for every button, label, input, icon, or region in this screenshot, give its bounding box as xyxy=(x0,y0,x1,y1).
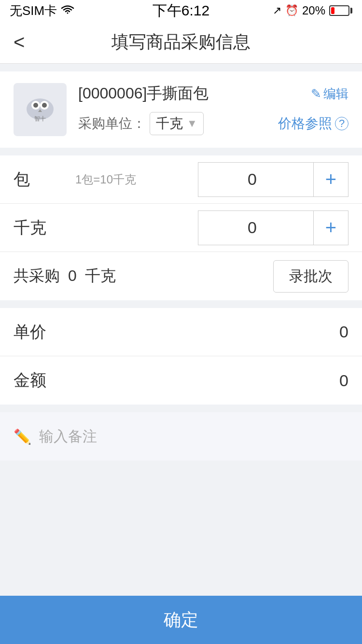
alarm-icon: ⏰ xyxy=(285,4,298,17)
status-right: ↗ ⏰ 20% xyxy=(273,4,352,17)
price-ref-label: 价格参照 xyxy=(278,114,332,133)
bao-quantity-input[interactable] xyxy=(198,162,314,197)
battery-icon xyxy=(329,5,352,16)
kg-input-group: + xyxy=(198,210,348,245)
divider-3 xyxy=(0,300,362,308)
divider-4 xyxy=(0,405,362,412)
product-name-row: [0000006]手撕面包 ✎ 编辑 xyxy=(78,83,348,104)
price-section: 单价 0 金额 0 xyxy=(0,308,362,405)
carrier-label: 无SIM卡 xyxy=(10,2,57,19)
unit-value: 千克 xyxy=(156,114,183,133)
bao-label: 包 xyxy=(14,168,71,191)
svg-point-4 xyxy=(42,103,47,108)
unit-selector[interactable]: 千克 ▼ xyxy=(150,112,204,135)
status-bar: 无SIM卡 下午6:12 ↗ ⏰ 20% xyxy=(0,0,362,21)
summary-text: 共采购 0 千克 xyxy=(14,266,116,287)
amount-row: 金额 0 xyxy=(0,356,362,405)
kg-label: 千克 xyxy=(14,217,71,239)
product-info: [0000006]手撕面包 ✎ 编辑 采购单位： 千克 ▼ 价格参照 ? xyxy=(78,83,348,135)
price-ref-help-icon: ? xyxy=(335,117,348,130)
status-left: 无SIM卡 xyxy=(10,2,74,19)
note-pencil-icon: ✏️ xyxy=(14,428,31,445)
product-unit-row: 采购单位： 千克 ▼ 价格参照 ? xyxy=(78,112,348,135)
status-time: 下午6:12 xyxy=(153,1,209,21)
kg-quantity-input[interactable] xyxy=(198,210,314,245)
price-reference-button[interactable]: 价格参照 ? xyxy=(278,114,348,133)
unit-price-label: 单价 xyxy=(14,321,46,343)
divider-2 xyxy=(0,148,362,155)
product-thumbnail: 智十 xyxy=(14,83,67,136)
summary-row: 共采购 0 千克 录批次 xyxy=(0,252,362,300)
bao-row: 包 1包=10千克 + xyxy=(0,155,362,204)
unit-price-value: 0 xyxy=(339,322,348,341)
location-icon: ↗ xyxy=(273,4,281,17)
note-section[interactable]: ✏️ 输入备注 xyxy=(0,412,362,461)
battery-percent: 20% xyxy=(302,4,325,17)
divider-1 xyxy=(0,64,362,71)
kg-plus-button[interactable]: + xyxy=(314,210,348,245)
product-full-name: [0000006]手撕面包 xyxy=(78,83,209,104)
bao-input-group: + xyxy=(198,162,348,197)
bao-plus-button[interactable]: + xyxy=(314,162,348,197)
product-logo: 智十 xyxy=(23,91,57,128)
bao-sub: 1包=10千克 xyxy=(75,172,198,187)
unit-label: 采购单位： xyxy=(78,114,146,133)
edit-label: 编辑 xyxy=(323,85,348,102)
nav-bar: < 填写商品采购信息 xyxy=(0,21,362,64)
summary-unit: 千克 xyxy=(85,267,116,284)
wifi-icon xyxy=(61,3,74,18)
batch-button[interactable]: 录批次 xyxy=(273,260,348,293)
summary-value: 0 xyxy=(68,267,77,284)
kg-row: 千克 + xyxy=(0,204,362,252)
svg-text:智十: 智十 xyxy=(34,115,46,122)
summary-label: 共采购 xyxy=(14,267,60,284)
edit-button[interactable]: ✎ 编辑 xyxy=(311,85,348,102)
back-button[interactable]: < xyxy=(14,31,25,53)
product-card: 智十 [0000006]手撕面包 ✎ 编辑 采购单位： 千克 ▼ 价格参照 ? xyxy=(0,71,362,148)
confirm-button[interactable]: 确定 xyxy=(0,596,362,644)
amount-value: 0 xyxy=(339,371,348,390)
quantity-section: 包 1包=10千克 + 千克 + xyxy=(0,155,362,252)
unit-arrow-icon: ▼ xyxy=(187,117,197,130)
amount-label: 金额 xyxy=(14,369,46,392)
svg-point-3 xyxy=(33,103,38,108)
note-placeholder: 输入备注 xyxy=(39,427,97,447)
unit-price-row: 单价 0 xyxy=(0,308,362,356)
edit-icon: ✎ xyxy=(311,86,321,101)
page-title: 填写商品采购信息 xyxy=(111,30,251,54)
